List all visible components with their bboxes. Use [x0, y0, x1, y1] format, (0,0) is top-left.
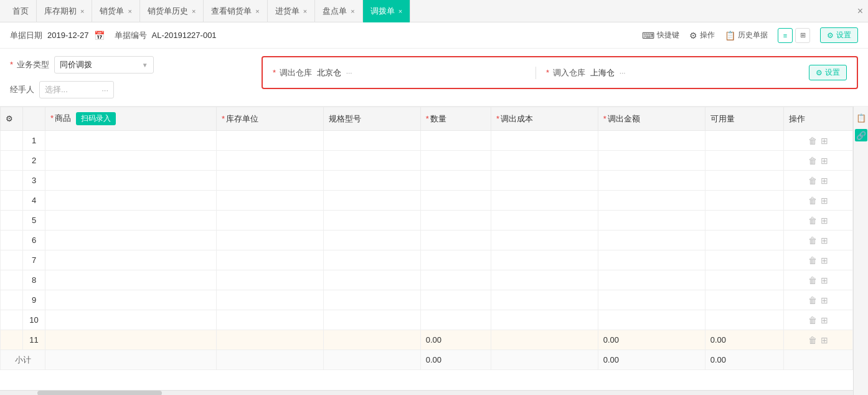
- copy-icon-11[interactable]: ⊞: [821, 335, 828, 345]
- scroll-thumb[interactable]: [37, 391, 162, 395]
- subtotal-row: 11 0.00 0.00 0.00 🗑⊞: [1, 330, 853, 350]
- scan-button[interactable]: 扫码录入: [76, 112, 116, 125]
- tab-stock-check[interactable]: 盘点单 ×: [315, 0, 362, 22]
- copy-icon-1[interactable]: ⊞: [821, 136, 828, 146]
- action-header: 操作: [784, 107, 853, 131]
- tab-close-view-sales[interactable]: ×: [255, 7, 259, 15]
- qty-header: *数量: [420, 107, 491, 131]
- tab-view-sales[interactable]: 查看销货单 ×: [204, 0, 267, 22]
- cost-2[interactable]: [491, 151, 598, 171]
- delete-icon-11[interactable]: 🗑: [808, 335, 817, 345]
- amount-2[interactable]: [598, 151, 705, 171]
- action-2: 🗑 ⊞: [784, 151, 853, 171]
- copy-icon-9[interactable]: ⊞: [821, 295, 828, 305]
- tab-close-sales-order[interactable]: ×: [128, 7, 131, 15]
- warehouse-divider: [535, 67, 536, 79]
- copy-icon-6[interactable]: ⊞: [821, 236, 828, 245]
- tab-purchase[interactable]: 进货单 ×: [268, 0, 315, 22]
- delete-icon-3[interactable]: 🗑: [808, 176, 817, 186]
- product-2[interactable]: [45, 151, 217, 171]
- setting-button[interactable]: ⚙ 设置: [820, 27, 858, 43]
- tab-close-purchase[interactable]: ×: [303, 7, 307, 15]
- warehouse-setting-button[interactable]: ⚙ 设置: [809, 65, 847, 80]
- table-row: 8 🗑⊞: [1, 270, 853, 290]
- table-container[interactable]: ⚙ *商品 扫码录入 *库存单位 规格型号: [0, 107, 853, 390]
- business-type-label: * 业务类型: [10, 59, 49, 70]
- right-sidebar: 📋 🔗: [853, 107, 868, 395]
- delete-icon-10[interactable]: 🗑: [808, 315, 817, 325]
- delete-icon-2[interactable]: 🗑: [808, 156, 817, 166]
- person-placeholder: 选择...: [45, 84, 68, 95]
- list-layout-icon[interactable]: ≡: [778, 28, 793, 43]
- total-label-row: 小计 0.00 0.00 0.00: [1, 350, 853, 370]
- copy-icon-3[interactable]: ⊞: [821, 176, 828, 186]
- table-row: 6 🗑⊞: [1, 231, 853, 250]
- tab-bar: 首页 库存期初 × 销货单 × 销货单历史 × 查看销货单 × 进货单 × 盘点…: [0, 0, 868, 22]
- sidebar-link-icon[interactable]: 🔗: [855, 129, 867, 141]
- horizontal-scrollbar[interactable]: [0, 390, 853, 395]
- unit-1[interactable]: [216, 131, 323, 151]
- layout-icons: ≡ ⊞: [778, 28, 810, 43]
- copy-icon-10[interactable]: ⊞: [821, 315, 828, 325]
- tab-home[interactable]: 首页: [5, 0, 37, 22]
- copy-icon-8[interactable]: ⊞: [821, 275, 828, 285]
- table-settings-icon[interactable]: ⚙: [6, 114, 13, 123]
- table-row: 3 🗑⊞: [1, 171, 853, 191]
- table-area: ⚙ *商品 扫码录入 *库存单位 规格型号: [0, 107, 853, 395]
- spec-1[interactable]: [323, 131, 420, 151]
- tab-sales-history[interactable]: 销货单历史 ×: [140, 0, 204, 22]
- amount-1[interactable]: [598, 131, 705, 151]
- cost-1[interactable]: [491, 131, 598, 151]
- sidebar-notes-icon[interactable]: 📋: [855, 112, 867, 124]
- amount-header: *调出金额: [598, 107, 705, 131]
- tab-transfer[interactable]: 调拨单 ×: [363, 0, 410, 22]
- delete-icon-7[interactable]: 🗑: [808, 255, 817, 265]
- close-window-icon[interactable]: ×: [857, 6, 863, 17]
- delete-icon-6[interactable]: 🗑: [808, 236, 817, 245]
- data-table: ⚙ *商品 扫码录入 *库存单位 规格型号: [0, 107, 853, 370]
- in-warehouse-value: 上海仓: [590, 67, 615, 79]
- history-btn[interactable]: 📋 历史单据: [725, 30, 768, 40]
- tab-inventory-init[interactable]: 库存期初 ×: [37, 0, 92, 22]
- unit-2[interactable]: [216, 151, 323, 171]
- copy-icon-5[interactable]: ⊞: [821, 216, 828, 226]
- warehouse-form: * 调出仓库 北京仓 ··· * 调入仓库 上海仓 ··· ⚙ 设置: [262, 56, 858, 89]
- spec-2[interactable]: [323, 151, 420, 171]
- tab-close-transfer[interactable]: ×: [399, 7, 402, 15]
- form-area: * 业务类型 同价调拨 ▼ 经手人 选择... ··· *: [0, 49, 868, 107]
- person-more-icon[interactable]: ···: [101, 85, 108, 95]
- shortcuts-btn[interactable]: ⌨ 快捷键: [642, 30, 679, 40]
- business-type-select[interactable]: 同价调拨 ▼: [54, 56, 154, 74]
- table-row: 1 🗑 ⊞: [1, 131, 853, 151]
- delete-icon-4[interactable]: 🗑: [808, 196, 817, 206]
- tab-close-sales-history[interactable]: ×: [192, 7, 196, 15]
- qty-1[interactable]: [420, 131, 491, 151]
- date-value: 2019-12-27: [47, 31, 89, 40]
- delete-icon-1[interactable]: 🗑: [808, 136, 817, 146]
- copy-icon-7[interactable]: ⊞: [821, 255, 828, 265]
- tab-close-inventory-init[interactable]: ×: [80, 7, 84, 15]
- calendar-icon[interactable]: 📅: [94, 31, 105, 40]
- person-select[interactable]: 选择... ···: [39, 81, 114, 98]
- tab-close-stock-check[interactable]: ×: [351, 7, 354, 15]
- row-settings-2: [1, 151, 23, 171]
- table-row: 7 🗑⊞: [1, 250, 853, 270]
- settings-column-header[interactable]: ⚙: [1, 107, 23, 131]
- tab-sales-order[interactable]: 销货单 ×: [92, 0, 139, 22]
- copy-icon-2[interactable]: ⊞: [821, 156, 828, 166]
- grid-layout-icon[interactable]: ⊞: [795, 28, 810, 43]
- table-row: 2 🗑 ⊞: [1, 151, 853, 171]
- shortcuts-icon: ⌨: [642, 31, 654, 40]
- qty-2[interactable]: [420, 151, 491, 171]
- available-1: [705, 131, 784, 151]
- operations-btn[interactable]: ⚙ 操作: [689, 30, 715, 40]
- in-warehouse-more-icon[interactable]: ···: [620, 69, 626, 77]
- delete-icon-8[interactable]: 🗑: [808, 275, 817, 285]
- row-num-1: 1: [23, 131, 45, 151]
- copy-icon-4[interactable]: ⊞: [821, 196, 828, 206]
- product-header: *商品 扫码录入: [45, 107, 217, 131]
- out-warehouse-more-icon[interactable]: ···: [346, 69, 352, 77]
- delete-icon-5[interactable]: 🗑: [808, 216, 817, 226]
- delete-icon-9[interactable]: 🗑: [808, 295, 817, 305]
- product-1[interactable]: [45, 131, 217, 151]
